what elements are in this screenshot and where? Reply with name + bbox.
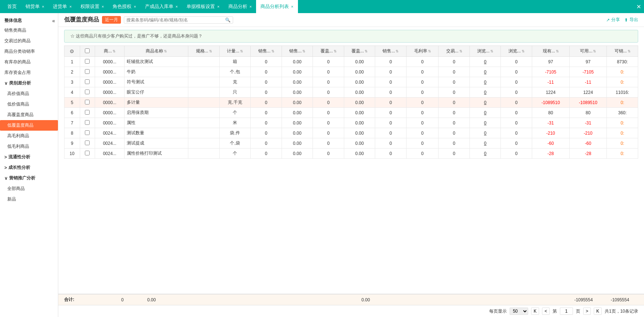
- column-sales3[interactable]: 销售...⇅: [375, 46, 406, 57]
- sidebar-item-high-gross[interactable]: 高毛利商品: [0, 131, 58, 141]
- sidebar-item-new-goods[interactable]: 新品: [0, 194, 58, 205]
- row-browse1[interactable]: 0: [470, 87, 500, 98]
- column-name[interactable]: 商品名称⇅: [124, 46, 188, 57]
- sidebar-item-category-rate[interactable]: 商品分类动销率: [0, 46, 58, 57]
- column-browse2[interactable]: 浏览...⇅: [501, 46, 532, 57]
- date-filter-button[interactable]: 近一月: [102, 16, 121, 24]
- column-unit[interactable]: 计量...⇅: [219, 46, 250, 57]
- sidebar-item-stock-capital[interactable]: 库存资金占用: [0, 67, 58, 78]
- row-checkbox[interactable]: [80, 118, 95, 128]
- next-page-button[interactable]: >: [583, 308, 591, 315]
- column-code[interactable]: 商...⇅: [95, 46, 124, 57]
- sidebar-item-high-coverage[interactable]: 高覆盖度商品: [0, 110, 58, 120]
- row-name: 属性价格打印测试: [124, 148, 188, 159]
- row-browse1[interactable]: 0: [470, 67, 500, 77]
- row-browse1[interactable]: 0: [470, 98, 500, 108]
- row-browse1[interactable]: 0: [470, 108, 500, 118]
- row-checkbox[interactable]: [80, 57, 95, 67]
- row-browse1[interactable]: 0: [470, 57, 500, 67]
- sidebar-item-low-value[interactable]: 低价值商品: [0, 99, 58, 110]
- nav-tab-role[interactable]: 角色授权 ×: [108, 0, 140, 13]
- search-icon[interactable]: 🔍: [225, 17, 231, 23]
- column-trade[interactable]: 交易...⇅: [439, 46, 470, 57]
- page-number-input[interactable]: [560, 308, 573, 315]
- last-page-button[interactable]: K: [594, 308, 602, 315]
- close-icon[interactable]: ×: [42, 4, 44, 9]
- column-current[interactable]: 现有...⇅: [532, 46, 569, 57]
- nav-tab-permission[interactable]: 权限设置 ×: [76, 0, 108, 13]
- sidebar-group-marketing[interactable]: ∨ 营销推广分析: [0, 173, 58, 183]
- row-browse1[interactable]: 0: [470, 128, 500, 138]
- nav-tab-purchase[interactable]: 进货单 ×: [48, 0, 76, 13]
- row-browse2: 0: [501, 87, 532, 98]
- close-icon[interactable]: ×: [134, 4, 136, 9]
- column-coverage1[interactable]: 覆盖...⇅: [313, 46, 344, 57]
- row-checkbox[interactable]: [80, 128, 95, 138]
- settings-icon[interactable]: ⚙: [70, 48, 74, 54]
- chevron-down-icon: ∨: [4, 176, 8, 181]
- row-checkbox[interactable]: [80, 138, 95, 148]
- sidebar-item-low-gross[interactable]: 低毛利商品: [0, 141, 58, 152]
- table-row: 10 0024... 属性价格打印测试 个 0 0.00 0 0.00 0 0 …: [64, 148, 638, 159]
- prev-page-button[interactable]: <: [542, 308, 550, 315]
- select-all-checkbox[interactable]: [85, 48, 90, 53]
- sidebar-item-traded-goods[interactable]: 交易过的商品: [0, 36, 58, 46]
- row-browse1[interactable]: 0: [470, 77, 500, 87]
- row-browse2: 0: [501, 118, 532, 128]
- row-checkbox[interactable]: [80, 67, 95, 77]
- column-gross[interactable]: 毛利率⇅: [406, 46, 439, 57]
- close-icon[interactable]: ×: [250, 4, 252, 9]
- row-checkbox[interactable]: [80, 98, 95, 108]
- column-saleable[interactable]: 可销...⇅: [607, 46, 638, 57]
- nav-tab-product[interactable]: 产成品入库单 ×: [141, 0, 182, 13]
- column-gear[interactable]: ⚙: [64, 46, 80, 57]
- column-coverage2[interactable]: 覆盖...⇅: [344, 46, 375, 57]
- column-browse1[interactable]: 浏览...⇅: [470, 46, 500, 57]
- column-spec[interactable]: 规格...⇅: [188, 46, 219, 57]
- nav-tab-analysis[interactable]: 商品分析 ×: [224, 0, 256, 13]
- close-icon[interactable]: ×: [69, 4, 71, 9]
- sidebar-item-sales-goods[interactable]: 销售类商品: [0, 25, 58, 36]
- row-coverage2: 0.00: [344, 138, 375, 148]
- row-sales1: 0: [251, 67, 282, 77]
- close-icon[interactable]: ×: [291, 4, 293, 9]
- row-code: 0000...: [95, 118, 124, 128]
- row-checkbox[interactable]: [80, 87, 95, 98]
- page-title: 低覆盖度商品: [64, 16, 99, 24]
- row-checkbox[interactable]: [80, 108, 95, 118]
- export-button[interactable]: ⬆ 导出: [624, 17, 638, 23]
- sidebar-group-growth[interactable]: > 成长性分析: [0, 162, 58, 173]
- nav-tab-sales[interactable]: 销货单 ×: [21, 0, 48, 13]
- sidebar-group-circulation[interactable]: > 流通性分析: [0, 152, 58, 162]
- row-browse1[interactable]: 0: [470, 118, 500, 128]
- page-size-select[interactable]: 50 100 200: [510, 308, 528, 315]
- row-gross: 0: [406, 98, 439, 108]
- sidebar-item-in-stock[interactable]: 有库存的商品: [0, 57, 58, 67]
- column-sales2[interactable]: 销售...⇅: [282, 46, 313, 57]
- close-icon[interactable]: ×: [217, 4, 219, 9]
- sidebar-item-high-value[interactable]: 高价值商品: [0, 88, 58, 99]
- search-input[interactable]: [126, 17, 224, 23]
- row-checkbox[interactable]: [80, 77, 95, 87]
- row-browse1[interactable]: 0: [470, 148, 500, 159]
- nav-tab-home[interactable]: 首页: [3, 0, 21, 13]
- first-page-button[interactable]: K: [531, 308, 539, 315]
- nav-tab-template[interactable]: 单据模板设置 ×: [182, 0, 224, 13]
- share-button[interactable]: ↗ 分享: [606, 17, 620, 23]
- sidebar-item-all-goods[interactable]: 全部商品: [0, 183, 58, 194]
- row-browse1[interactable]: 0: [470, 138, 500, 148]
- row-unit: 个: [219, 148, 250, 159]
- row-checkbox[interactable]: [80, 148, 95, 159]
- close-icon[interactable]: ×: [176, 4, 178, 9]
- sidebar-item-low-coverage[interactable]: 低覆盖度商品: [0, 120, 58, 131]
- nav-tab-analysis-list[interactable]: 商品分析列表 ×: [256, 0, 298, 13]
- sidebar-group-category[interactable]: ∨ 类别差分析: [0, 78, 58, 88]
- column-available[interactable]: 可用...⇅: [569, 46, 607, 57]
- window-close-button[interactable]: ✕: [636, 3, 641, 10]
- row-sales3: 0: [375, 138, 406, 148]
- column-check[interactable]: [80, 46, 95, 57]
- close-icon[interactable]: ×: [102, 4, 104, 9]
- sidebar-collapse-button[interactable]: «: [52, 18, 55, 24]
- row-name: 眼宝公仔: [124, 87, 188, 98]
- column-sales1[interactable]: 销售...⇅: [251, 46, 282, 57]
